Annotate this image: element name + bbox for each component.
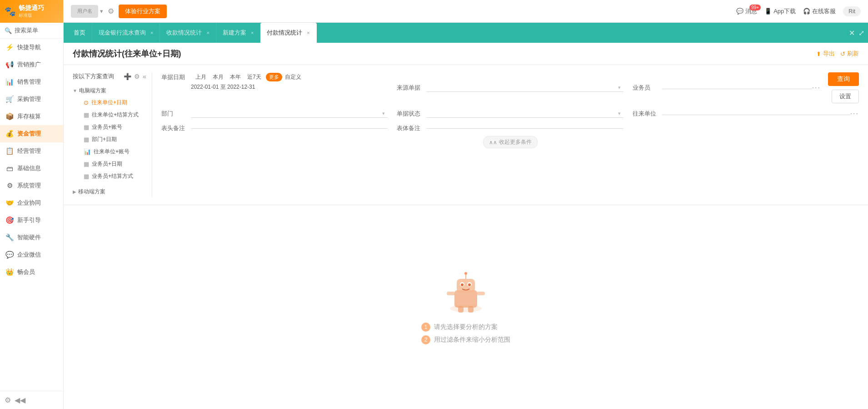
scheme-item-icon-6: ▦ [84, 161, 89, 167]
date-range-display: 2022-01-01 至 2022-12-31 [161, 83, 255, 91]
purchase-label: 采购管理 [17, 95, 41, 103]
refresh-button[interactable]: ↺ 刷新 [840, 50, 859, 58]
date-option-this-month[interactable]: 本月 [211, 72, 225, 82]
scheme-item-dept-date[interactable]: ▦ 部门+日期 [76, 133, 146, 146]
collapse-scheme-icon[interactable]: « [143, 73, 146, 80]
messages-badge[interactable]: 💬 消息 99+ [736, 7, 757, 15]
date-option-this-year[interactable]: 本年 [228, 72, 243, 82]
add-scheme-icon[interactable]: ➕ [124, 73, 131, 80]
edit-scheme-icon[interactable]: ⚙ [134, 73, 140, 80]
head-note-input[interactable] [191, 128, 388, 129]
sidebar-item-purchase[interactable]: 🛒采购管理 [0, 91, 63, 108]
system-icon: ⚙ [5, 182, 14, 190]
close-tab-icon[interactable]: ✕ [849, 29, 855, 37]
scheme-item-salesman-account[interactable]: ▦ 业务员+账号 [76, 121, 146, 133]
query-panel: 按以下方案查询 ➕ ⚙ « ▼ 电脑端方案 ⊙ 往来 [64, 65, 868, 205]
empty-robot-svg [439, 270, 493, 315]
scheme-item-partner-settlement[interactable]: ▦ 往来单位+结算方式 [76, 109, 146, 121]
export-button[interactable]: ⬆ 导出 [816, 50, 835, 58]
sidebar-item-wechat[interactable]: 💬企业微信 [0, 246, 63, 263]
date-option-custom[interactable]: 自定义 [285, 73, 301, 81]
settings-icon[interactable]: ⚙ [5, 396, 11, 404]
sidebar-item-hardware[interactable]: 🔧智能硬件 [0, 229, 63, 246]
expand-icon[interactable]: ⤢ [858, 29, 864, 37]
scheme-item-icon-active: ⊙ [84, 99, 89, 106]
tab-payment[interactable]: 付款情况统计× [260, 23, 316, 43]
doc-status-select[interactable]: ▾ [426, 110, 623, 118]
tab-bank[interactable]: 现金银行流水查询× [92, 23, 160, 43]
date-option-last-month[interactable]: 上月 [194, 72, 208, 82]
sidebar-item-finance[interactable]: 💰资金管理 [0, 125, 63, 142]
tab-close-payment[interactable]: × [307, 30, 309, 35]
date-option-7days[interactable]: 近7天 [245, 72, 263, 82]
source-select[interactable]: ▾ [426, 84, 623, 92]
collapse-label: 收起更多条件 [499, 138, 532, 146]
sidebar-item-guide[interactable]: 🎯新手引导 [0, 212, 63, 229]
dept-select[interactable]: ▾ [191, 110, 388, 118]
empty-hint-1: 1 请先选择要分析的方案 [421, 323, 510, 332]
main-area: 用户名 ▾ ⚙ 体验行业方案 💬 消息 99+ 📱 App下载 🎧 在线客服 R… [64, 0, 868, 409]
scheme-item-label: 业务员+日期 [92, 160, 122, 168]
sidebar-item-member[interactable]: 👑畅会员 [0, 263, 63, 281]
group-arrow-icon: ▼ [73, 88, 77, 93]
svg-rect-8 [477, 292, 485, 295]
sidebar-item-sales[interactable]: 📊销售管理 [0, 73, 63, 91]
online-service[interactable]: 🎧 在线客服 [803, 7, 836, 15]
sidebar-item-system[interactable]: ⚙系统管理 [0, 177, 63, 194]
date-option-more[interactable]: 更多 [266, 73, 282, 81]
filter-settings-button[interactable]: 设置 [832, 90, 859, 103]
scheme-item-salesman-date[interactable]: ▦ 业务员+日期 [76, 158, 146, 170]
tab-close-new-plan[interactable]: × [251, 30, 254, 35]
scheme-item-label: 部门+日期 [92, 136, 117, 143]
scheme-item-partner-date[interactable]: ⊙ 往来单位+日期 [76, 96, 146, 109]
collapse-sidebar-icon[interactable]: ◀◀ [15, 396, 25, 404]
filter-row-3: 表头备注 表体备注 [161, 124, 859, 132]
sidebar-item-quick-nav[interactable]: ⚡快捷导航 [0, 39, 63, 56]
sidebar-item-enterprise[interactable]: 🤝企业协同 [0, 194, 63, 212]
hint-text-1: 请先选择要分析的方案 [434, 323, 498, 331]
sales-icon: 📊 [5, 78, 14, 86]
sidebar-item-operation[interactable]: 📋经营管理 [0, 142, 63, 160]
scheme-item-icon-7: ▦ [84, 173, 89, 180]
tab-new-plan[interactable]: 新建方案× [216, 23, 260, 43]
search-menu-item[interactable]: 🔍 搜索菜单 [0, 23, 63, 39]
mobile-group-title[interactable]: ▶ 移动端方案 [73, 186, 146, 197]
scheme-item-partner-account[interactable]: 📊 往来单位+账号 [76, 146, 146, 158]
sidebar-item-inventory[interactable]: 📦库存核算 [0, 108, 63, 125]
body-note-input[interactable] [426, 128, 623, 129]
partner-label: 往来单位 [633, 110, 662, 118]
collapse-more-button[interactable]: ∧∧ 收起更多条件 [483, 136, 538, 148]
dept-select-arrow: ▾ [382, 111, 385, 116]
enterprise-label: 企业协同 [17, 199, 41, 207]
scheme-item-label: 业务员+账号 [92, 123, 122, 131]
tab-label-payment: 付款情况统计 [267, 29, 302, 37]
tab-close-bank[interactable]: × [150, 30, 153, 35]
top-header: 用户名 ▾ ⚙ 体验行业方案 💬 消息 99+ 📱 App下载 🎧 在线客服 R… [64, 0, 868, 23]
tab-home[interactable]: 首页 [67, 23, 92, 43]
source-select-arrow: ▾ [618, 85, 621, 91]
wechat-label: 企业微信 [17, 251, 41, 259]
filter-empty-col [633, 124, 859, 132]
quick-nav-label: 快捷导航 [17, 43, 41, 51]
mobile-group-arrow: ▶ [73, 189, 76, 194]
app-download[interactable]: 📱 App下载 [764, 7, 796, 15]
query-button[interactable]: 查询 [828, 72, 859, 86]
partner-dots-btn[interactable]: ··· [850, 110, 859, 118]
refresh-icon: ↺ [840, 50, 845, 57]
trial-button[interactable]: 体验行业方案 [119, 5, 167, 18]
inventory-label: 库存核算 [17, 112, 41, 121]
scheme-panel: 按以下方案查询 ➕ ⚙ « ▼ 电脑端方案 ⊙ 往来 [73, 72, 152, 197]
header-settings-icon[interactable]: ⚙ [108, 7, 114, 15]
user-dropdown-icon[interactable]: ▾ [100, 8, 103, 15]
marketing-icon: 📢 [5, 61, 14, 69]
filter-source-col: 来源单据 ▾ [397, 72, 623, 103]
tab-close-income[interactable]: × [206, 30, 209, 35]
sidebar-item-basic[interactable]: 🗃基础信息 [0, 160, 63, 177]
tab-income[interactable]: 收款情况统计× [160, 23, 216, 43]
sidebar-nav: ⚡快捷导航📢营销推广📊销售管理🛒采购管理📦库存核算💰资金管理📋经营管理🗃基础信息… [0, 39, 63, 281]
scheme-item-salesman-settlement[interactable]: ▦ 业务员+结算方式 [76, 170, 146, 182]
filter-salesman-col: 业务员 ··· 查询 设置 [633, 72, 859, 103]
salesman-dots-btn[interactable]: ··· [812, 84, 821, 92]
sidebar-item-marketing[interactable]: 📢营销推广 [0, 56, 63, 73]
desktop-group-title[interactable]: ▼ 电脑端方案 [73, 85, 146, 96]
